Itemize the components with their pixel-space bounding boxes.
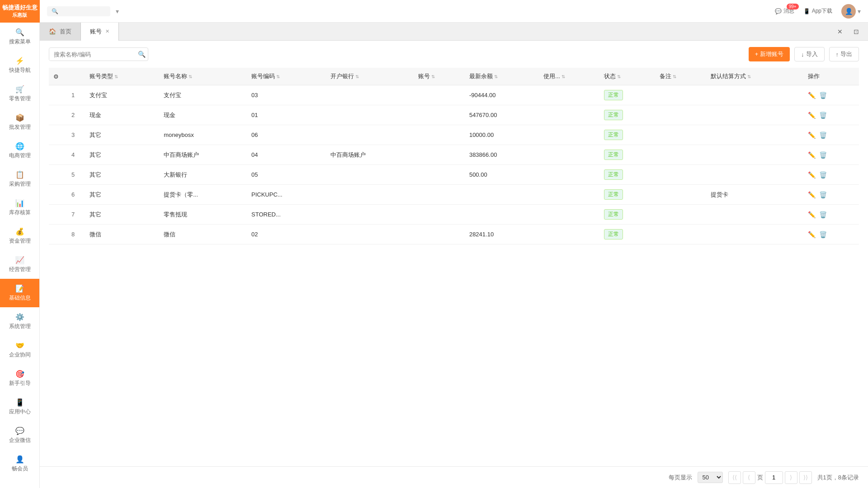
- app-download-label: App下载: [812, 7, 832, 15]
- row-balance: 28241.10: [465, 225, 539, 244]
- sidebar-item-purchase[interactable]: 📋 采购管理: [0, 165, 39, 193]
- sidebar-item-guide[interactable]: 🎯 新手引导: [0, 364, 39, 393]
- col-action-header: 操作: [803, 68, 859, 85]
- main-area: 🔍 ▾ 💬 消息 99+ 📱 App下载 👤 ▾: [40, 0, 868, 488]
- tab-close-all-btn[interactable]: ✕: [834, 25, 846, 38]
- tab-bar: 🏠 首页 账号 ✕ ✕ ⊡: [40, 23, 868, 41]
- page-input[interactable]: [765, 471, 783, 484]
- first-page-btn[interactable]: ⟨⟨: [728, 471, 741, 484]
- tab-close-icon[interactable]: ✕: [105, 28, 109, 34]
- tab-home[interactable]: 🏠 首页: [40, 23, 81, 41]
- sidebar-item-label: 库存核算: [9, 209, 31, 216]
- gear-icon[interactable]: ⚙: [53, 73, 59, 80]
- row-bank: [326, 105, 414, 125]
- sidebar-item-label: 基础信息: [9, 294, 31, 302]
- col-gear[interactable]: ⚙: [49, 68, 67, 85]
- table-row: 7 其它 零售抵现 STORED... 正常 ✏️ 🗑️: [49, 205, 859, 225]
- import-btn[interactable]: ↓ 导入: [794, 47, 825, 61]
- edit-icon[interactable]: ✏️: [808, 231, 816, 238]
- sidebar-item-finance[interactable]: 💰 资金管理: [0, 222, 39, 250]
- col-balance-header[interactable]: 最新余额⇅: [465, 68, 539, 85]
- delete-icon[interactable]: 🗑️: [819, 151, 827, 159]
- sidebar-item-ecommerce[interactable]: 🌐 电商管理: [0, 136, 39, 165]
- last-page-btn[interactable]: ⟩⟩: [799, 471, 812, 484]
- col-type-header[interactable]: 账号类型⇅: [85, 68, 159, 85]
- edit-icon[interactable]: ✏️: [808, 171, 816, 178]
- delete-icon[interactable]: 🗑️: [819, 112, 827, 119]
- sidebar-item-sys[interactable]: ⚙️ 系统管理: [0, 307, 39, 336]
- search-submit-btn[interactable]: 🔍: [134, 48, 148, 61]
- home-icon: 🏠: [49, 28, 56, 35]
- retail-icon: 🛒: [15, 85, 24, 94]
- delete-icon[interactable]: 🗑️: [819, 231, 827, 238]
- sidebar-item-label: 搜索菜单: [9, 38, 31, 46]
- prev-page-btn[interactable]: ⟨: [743, 471, 755, 484]
- col-default-payment-header[interactable]: 默认结算方式⇅: [706, 68, 804, 85]
- top-search-icon: 🔍: [52, 8, 58, 14]
- tab-account-label: 账号: [90, 28, 102, 36]
- app-download-btn[interactable]: 📱 App下载: [803, 7, 832, 15]
- col-usage-header[interactable]: 使用...⇅: [539, 68, 599, 85]
- row-action: ✏️ 🗑️: [803, 105, 859, 125]
- user-avatar-btn[interactable]: 👤 ▾: [841, 4, 861, 19]
- row-num: 3: [67, 125, 85, 145]
- sidebar-item-retail[interactable]: 🛒 零售管理: [0, 80, 39, 108]
- row-remark: [655, 185, 706, 205]
- search-box[interactable]: 🔍: [49, 47, 148, 61]
- header-dropdown[interactable]: ▾: [116, 8, 119, 15]
- top-search-box[interactable]: 🔍: [47, 6, 110, 16]
- col-status-header[interactable]: 状态⇅: [599, 68, 655, 85]
- tab-refresh-btn[interactable]: ⊡: [850, 25, 863, 38]
- add-account-btn[interactable]: + 新增账号: [749, 47, 790, 61]
- edit-icon[interactable]: ✏️: [808, 211, 816, 218]
- edit-icon[interactable]: ✏️: [808, 151, 816, 159]
- tab-home-label: 首页: [60, 28, 71, 36]
- next-page-btn[interactable]: ⟩: [785, 471, 797, 484]
- edit-icon[interactable]: ✏️: [808, 112, 816, 119]
- export-btn[interactable]: ↑ 导出: [829, 47, 859, 61]
- edit-icon[interactable]: ✏️: [808, 191, 816, 198]
- col-account-header[interactable]: 账号⇅: [414, 68, 465, 85]
- row-num: 2: [67, 105, 85, 125]
- import-icon: ↓: [801, 51, 804, 58]
- sidebar-item-enterprise[interactable]: 🤝 企业协同: [0, 336, 39, 364]
- delete-icon[interactable]: 🗑️: [819, 211, 827, 218]
- search-input[interactable]: [49, 48, 134, 61]
- table-row: 5 其它 大新银行 05 500.00 正常 ✏️ 🗑️: [49, 165, 859, 185]
- table-row: 8 微信 微信 02 28241.10 正常 ✏️ 🗑️: [49, 225, 859, 244]
- row-account: [414, 105, 465, 125]
- message-btn[interactable]: 💬 消息 99+: [775, 7, 794, 15]
- table-row: 4 其它 中百商场账户 04 中百商场账户 383866.00 正常 ✏️ 🗑️: [49, 145, 859, 165]
- delete-icon[interactable]: 🗑️: [819, 131, 827, 139]
- sidebar-item-search[interactable]: 🔍 搜索菜单: [0, 23, 39, 51]
- per-page-select[interactable]: 50 100 200: [698, 472, 723, 483]
- tab-account[interactable]: 账号 ✕: [81, 23, 119, 41]
- row-default-payment: 提货卡: [706, 185, 804, 205]
- sidebar-item-quick-nav[interactable]: ⚡ 快捷导航: [0, 51, 39, 80]
- sidebar-item-member[interactable]: 👤 畅会员: [0, 450, 39, 478]
- edit-icon[interactable]: ✏️: [808, 131, 816, 139]
- row-account: [414, 225, 465, 244]
- app-center-icon: 📱: [15, 398, 24, 407]
- col-bank-header[interactable]: 开户银行⇅: [326, 68, 414, 85]
- sidebar-item-inventory[interactable]: 📊 库存核算: [0, 193, 39, 222]
- sidebar-item-label: 经营管理: [9, 266, 31, 273]
- sidebar-item-ops[interactable]: 📈 经营管理: [0, 250, 39, 279]
- delete-icon[interactable]: 🗑️: [819, 171, 827, 178]
- col-code-header[interactable]: 账号编码⇅: [247, 68, 326, 85]
- sidebar-item-wechat[interactable]: 💬 企业微信: [0, 421, 39, 450]
- sidebar-item-basic-info[interactable]: 📝 基础信息: [0, 279, 39, 307]
- row-status: 正常: [599, 85, 655, 105]
- delete-icon[interactable]: 🗑️: [819, 191, 827, 198]
- sidebar-item-app-center[interactable]: 📱 应用中心: [0, 393, 39, 421]
- row-account: [414, 145, 465, 165]
- row-remark: [655, 165, 706, 185]
- col-remark-header[interactable]: 备注⇅: [655, 68, 706, 85]
- row-gear: [49, 85, 67, 105]
- delete-icon[interactable]: 🗑️: [819, 92, 827, 99]
- sidebar-item-wholesale[interactable]: 📦 批发管理: [0, 108, 39, 136]
- top-header: 🔍 ▾ 💬 消息 99+ 📱 App下载 👤 ▾: [40, 0, 868, 23]
- edit-icon[interactable]: ✏️: [808, 92, 816, 99]
- col-name-header[interactable]: 账号名称⇅: [159, 68, 247, 85]
- row-gear: [49, 205, 67, 225]
